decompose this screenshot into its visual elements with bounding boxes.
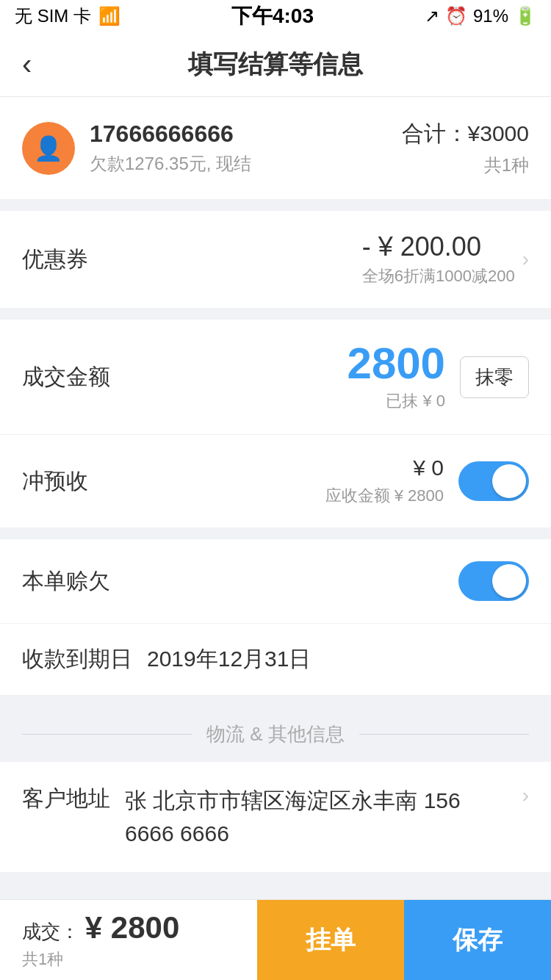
alarm-icon: ⏰ (445, 6, 467, 26)
avatar: 👤 (22, 122, 75, 175)
precollect-right: ¥ 0 应收金额 ¥ 2800 (325, 455, 529, 507)
precollect-value: ¥ 0 (325, 455, 444, 480)
status-right: ↗ ⏰ 91% 🔋 (425, 6, 536, 26)
bottom-deal-info: 成交： ¥ 2800 共1种 (0, 910, 257, 970)
divider-section: 物流 & 其他信息 (0, 707, 551, 762)
coupon-chevron-icon: › (522, 248, 529, 271)
precollect-row: 冲预收 ¥ 0 应收金额 ¥ 2800 (0, 434, 551, 527)
page-title: 填写结算等信息 (188, 48, 363, 82)
user-info: 17666666666 欠款1276.35元, 现结 (90, 120, 251, 176)
divider-text: 物流 & 其他信息 (206, 721, 345, 747)
status-time: 下午4:03 (231, 2, 314, 30)
location-icon: ↗ (425, 6, 439, 26)
debit-section: 本单赊欠 收款到期日 2019年12月31日 (0, 539, 551, 695)
coupon-row[interactable]: 优惠券 - ¥ 200.00 全场6折满1000减200 › (0, 211, 551, 308)
precollect-amount: ¥ 0 应收金额 ¥ 2800 (325, 455, 444, 507)
bottom-deal-amount: ¥ 2800 (85, 910, 179, 945)
back-button[interactable]: ‹ (22, 48, 66, 81)
bottom-deal-label: 成交： (22, 920, 79, 943)
precollect-desc: 应收金额 ¥ 2800 (325, 485, 444, 507)
user-right: 合计：¥3000 共1种 (402, 119, 529, 177)
debit-row: 本单赊欠 (0, 539, 551, 623)
duedate-label: 收款到期日 (22, 644, 132, 674)
deal-amount-section: 成交金额 2800 已抹 ¥ 0 抹零 冲预收 ¥ 0 应收金额 ¥ 2800 (0, 320, 551, 527)
content-area: 👤 17666666666 欠款1276.35元, 现结 合计：¥3000 共1… (0, 97, 551, 980)
erase-button[interactable]: 抹零 (460, 356, 529, 398)
coupon-right: - ¥ 200.00 全场6折满1000减200 › (362, 231, 529, 287)
deal-amount-group: 2800 已抹 ¥ 0 (347, 342, 445, 412)
nav-bar: ‹ 填写结算等信息 (0, 32, 551, 97)
deal-amount-row: 成交金额 2800 已抹 ¥ 0 抹零 (0, 320, 551, 434)
bottom-deal-row: 成交： ¥ 2800 (22, 910, 235, 945)
divider-line-left (22, 734, 192, 735)
user-debt: 欠款1276.35元, 现结 (90, 152, 251, 176)
deal-erased: 已抹 ¥ 0 (347, 390, 445, 412)
precollect-toggle[interactable] (458, 461, 529, 501)
bottom-deal-count: 共1种 (22, 948, 235, 970)
battery-label: 91% (473, 6, 508, 26)
duedate-value: 2019年12月31日 (147, 644, 311, 674)
deal-right: 2800 已抹 ¥ 0 抹零 (347, 342, 529, 412)
debit-toggle-knob (492, 564, 526, 598)
total-amount: 合计：¥3000 (402, 119, 529, 149)
user-phone: 17666666666 (90, 120, 251, 148)
status-left: 无 SIM 卡 📶 (15, 4, 120, 28)
no-sim-label: 无 SIM 卡 (15, 4, 91, 28)
coupon-label: 优惠券 (22, 245, 88, 275)
deal-amount-value: 2800 (347, 342, 445, 386)
bottom-buttons: 挂单 保存 (257, 900, 551, 980)
coupon-discount: - ¥ 200.00 (362, 231, 515, 262)
battery-icon: 🔋 (514, 6, 536, 26)
duedate-row: 收款到期日 2019年12月31日 (0, 623, 551, 695)
coupon-info: - ¥ 200.00 全场6折满1000减200 (362, 231, 515, 287)
avatar-icon: 👤 (34, 134, 63, 162)
bottom-bar: 成交： ¥ 2800 共1种 挂单 保存 (0, 899, 551, 980)
address-chevron-icon: › (522, 784, 529, 807)
save-button[interactable]: 保存 (404, 900, 551, 980)
status-bar: 无 SIM 卡 📶 下午4:03 ↗ ⏰ 91% 🔋 (0, 0, 551, 32)
coupon-desc: 全场6折满1000减200 (362, 265, 515, 287)
divider-line-right (359, 734, 529, 735)
address-value: 张 北京市市辖区海淀区永丰南 156 6666 6666 (125, 784, 508, 850)
precollect-label: 冲预收 (22, 466, 88, 497)
debit-label: 本单赊欠 (22, 566, 110, 597)
address-row[interactable]: 客户地址 张 北京市市辖区海淀区永丰南 156 6666 6666 › (0, 762, 551, 872)
wifi-icon: 📶 (98, 6, 120, 26)
user-left: 👤 17666666666 欠款1276.35元, 现结 (22, 120, 251, 176)
deal-amount-label: 成交金额 (22, 362, 110, 392)
debit-toggle[interactable] (458, 561, 529, 601)
user-card: 👤 17666666666 欠款1276.35元, 现结 合计：¥3000 共1… (0, 97, 551, 199)
pending-button[interactable]: 挂单 (257, 900, 404, 980)
address-label: 客户地址 (22, 784, 110, 814)
toggle-knob (492, 464, 526, 498)
total-count: 共1种 (402, 154, 529, 177)
